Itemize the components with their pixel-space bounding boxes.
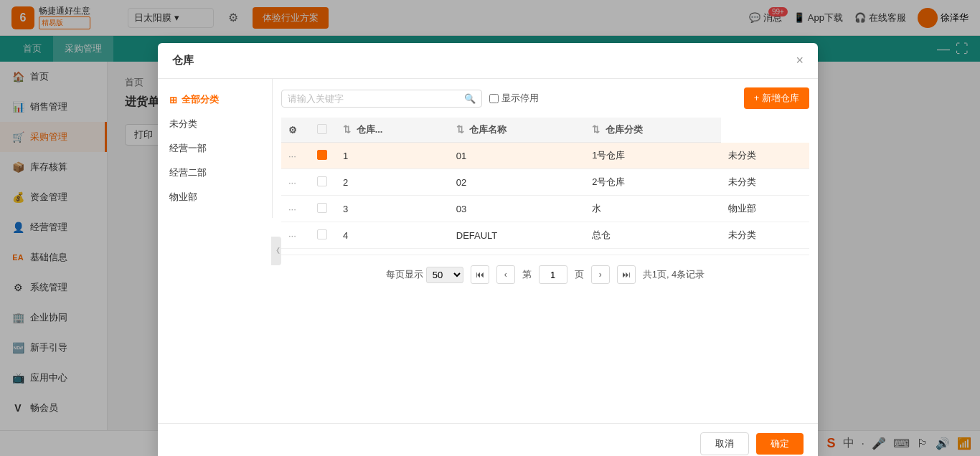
category-item-2[interactable]: 经营二部 xyxy=(158,161,272,185)
show-disabled-checkbox[interactable] xyxy=(489,94,499,103)
table-row[interactable]: ··· 3 03 水 物业部 xyxy=(281,196,809,222)
category-all-label: 全部分类 xyxy=(182,93,219,106)
add-warehouse-button[interactable]: + 新增仓库 xyxy=(744,87,809,109)
row-dots: ··· xyxy=(281,169,310,196)
page-label: 第 xyxy=(522,268,532,281)
page-size-select: 每页显示 10 20 50 100 xyxy=(386,267,463,283)
row-category: 未分类 xyxy=(721,169,809,196)
row-number: 4 xyxy=(336,222,449,249)
row-category: 未分类 xyxy=(721,143,809,169)
row-number: 1 xyxy=(336,143,449,169)
sort-icon-code: ⇅ xyxy=(343,124,351,135)
row-code: 02 xyxy=(449,169,585,196)
sort-icon-name: ⇅ xyxy=(456,124,464,135)
last-page-button[interactable]: ⏭ xyxy=(617,265,636,284)
table-row[interactable]: ··· 1 01 1号仓库 未分类 xyxy=(281,143,809,169)
dots-icon[interactable]: ··· xyxy=(288,151,296,161)
sort-icon-category: ⇅ xyxy=(592,124,600,135)
th-code: ⇅ 仓库... xyxy=(336,118,449,143)
modal-header: 仓库 × xyxy=(158,43,818,79)
row-checkbox xyxy=(310,169,336,196)
pagination-area: 每页显示 10 20 50 100 ⏮ ‹ 第 页 › ⏭ 共1页, 4条记录 xyxy=(281,255,809,290)
category-panel: ⊞ 全部分类 未分类 经营一部 经营二部 物业部 xyxy=(158,79,273,218)
row-checkbox xyxy=(310,196,336,222)
row-code: 01 xyxy=(449,143,585,169)
content-panel: 🔍 显示停用 + 新增仓库 ⚙ ⇅ 仓库... xyxy=(273,79,818,423)
modal-title: 仓库 xyxy=(172,54,194,67)
header-checkbox[interactable] xyxy=(317,124,327,134)
table-row[interactable]: ··· 2 02 2号仓库 未分类 xyxy=(281,169,809,196)
row-dots: ··· xyxy=(281,143,310,169)
th-checkbox xyxy=(310,118,336,143)
row-dots: ··· xyxy=(281,196,310,222)
dots-icon[interactable]: ··· xyxy=(288,177,296,188)
dots-icon[interactable]: ··· xyxy=(288,230,296,241)
row-number: 2 xyxy=(336,169,449,196)
collapse-button[interactable]: 《 xyxy=(271,237,281,265)
row-checkbox xyxy=(310,222,336,249)
table-header-row: ⚙ ⇅ 仓库... ⇅ 仓库名称 ⇅ 仓库分类 xyxy=(281,118,809,143)
page-suffix: 页 xyxy=(575,268,584,281)
row-code: 03 xyxy=(449,196,585,222)
row-checkbox-input[interactable] xyxy=(317,150,327,160)
row-checkbox-input[interactable] xyxy=(317,176,327,186)
row-category: 未分类 xyxy=(721,222,809,249)
row-name: 2号仓库 xyxy=(585,169,720,196)
category-item-3[interactable]: 物业部 xyxy=(158,185,272,209)
th-category: ⇅ 仓库分类 xyxy=(585,118,720,143)
show-disabled-label: 显示停用 xyxy=(489,92,539,105)
row-checkbox xyxy=(310,143,336,169)
table-body: ··· 1 01 1号仓库 未分类 ··· 2 02 2号仓库 未分类 ··· … xyxy=(281,143,809,249)
dots-icon[interactable]: ··· xyxy=(288,204,296,214)
search-bar: 🔍 显示停用 + 新增仓库 xyxy=(281,87,809,109)
gear-icon: ⚙ xyxy=(288,125,297,136)
cancel-button[interactable]: 取消 xyxy=(700,432,749,455)
modal-body: ⊞ 全部分类 未分类 经营一部 经营二部 物业部 《 🔍 显示停用 xyxy=(158,79,818,423)
row-checkbox-input[interactable] xyxy=(317,229,327,239)
category-wrap: ⊞ 全部分类 未分类 经营一部 经营二部 物业部 《 xyxy=(158,79,273,423)
row-checkbox-input[interactable] xyxy=(317,203,327,213)
search-input[interactable] xyxy=(288,93,460,104)
next-page-button[interactable]: › xyxy=(591,265,610,284)
per-page-dropdown[interactable]: 10 20 50 100 xyxy=(426,267,463,283)
row-name: 总仓 xyxy=(585,222,720,249)
page-number-input[interactable] xyxy=(539,265,567,284)
search-icon: 🔍 xyxy=(464,93,476,104)
modal-footer: 取消 确定 xyxy=(158,423,818,456)
total-info: 共1页, 4条记录 xyxy=(643,268,705,281)
table-row[interactable]: ··· 4 DEFAULT 总仓 未分类 xyxy=(281,222,809,249)
row-name: 水 xyxy=(585,196,720,222)
row-number: 3 xyxy=(336,196,449,222)
th-name: ⇅ 仓库名称 xyxy=(449,118,585,143)
per-page-label: 每页显示 xyxy=(386,268,423,281)
category-all[interactable]: ⊞ 全部分类 xyxy=(158,87,272,112)
row-name: 1号仓库 xyxy=(585,143,720,169)
warehouse-table: ⚙ ⇅ 仓库... ⇅ 仓库名称 ⇅ 仓库分类 xyxy=(281,118,809,249)
first-page-button[interactable]: ⏮ xyxy=(471,265,489,284)
prev-page-button[interactable]: ‹ xyxy=(496,265,515,284)
search-input-wrap: 🔍 xyxy=(281,90,482,108)
category-item-0[interactable]: 未分类 xyxy=(158,112,272,136)
grid-icon: ⊞ xyxy=(169,95,177,105)
modal-close-button[interactable]: × xyxy=(796,53,804,68)
warehouse-modal: 仓库 × ⊞ 全部分类 未分类 经营一部 经营二部 物业部 《 xyxy=(158,43,818,456)
category-item-1[interactable]: 经营一部 xyxy=(158,136,272,161)
th-settings: ⚙ xyxy=(281,118,310,143)
confirm-button[interactable]: 确定 xyxy=(756,433,804,455)
row-code: DEFAULT xyxy=(449,222,585,249)
row-category: 物业部 xyxy=(721,196,809,222)
row-dots: ··· xyxy=(281,222,310,249)
